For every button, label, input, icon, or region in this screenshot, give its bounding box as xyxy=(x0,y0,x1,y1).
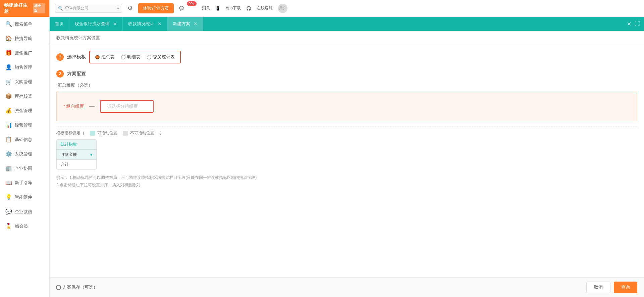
topbar: 🔍 XXX有限公司 ▾ ⚙ 体验行业方案 💬 99+ 消息 📱 App下载 🎧 … xyxy=(50,0,644,17)
main-area: 🔍 XXX有限公司 ▾ ⚙ 体验行业方案 💬 99+ 消息 📱 App下载 🎧 … xyxy=(50,0,644,297)
template-options: 汇总表 明细表 交叉统计表 xyxy=(89,51,181,63)
chevron-down-icon: ▾ xyxy=(117,6,119,11)
sidebar-item-inventory[interactable]: 📦 库存核算 xyxy=(0,89,49,103)
building-icon: 🏢 xyxy=(5,165,12,171)
sidebar-item-label: 采购管理 xyxy=(15,79,32,85)
tip-2: 2.点击标题栏下拉可设置排序、插入列和删除列 xyxy=(56,182,637,189)
sidebar-item-finance[interactable]: 💰 资金管理 xyxy=(0,103,49,118)
settings-gear-icon[interactable]: ⚙ xyxy=(127,5,133,12)
radio-summary-input[interactable] xyxy=(95,55,100,59)
metrics-table-header: 统计指标 xyxy=(57,140,96,150)
radio-cross-input[interactable] xyxy=(147,55,151,59)
sidebar-item-label: 畅会员 xyxy=(15,223,28,229)
sidebar-item-operation[interactable]: 📊 经营管理 xyxy=(0,118,49,132)
radio-summary-label: 汇总表 xyxy=(101,54,114,60)
sidebar-item-quick-nav[interactable]: 🏠 快捷导航 xyxy=(0,31,49,46)
message-label[interactable]: 消息 xyxy=(202,5,210,11)
sidebar-item-label: 搜索菜单 xyxy=(15,21,32,27)
tab-expand-icon[interactable]: ⛶ xyxy=(635,21,640,27)
message-badge: 99+ xyxy=(187,1,197,6)
save-checkbox[interactable] xyxy=(56,285,61,290)
dimension-select[interactable]: 请选择分组维度 xyxy=(100,100,154,113)
legend-fixed: 不可拖动位置 xyxy=(123,130,154,136)
download-label[interactable]: App下载 xyxy=(226,5,241,11)
tab-home[interactable]: 首页 xyxy=(50,17,69,31)
sidebar-item-system[interactable]: ⚙️ 系统管理 xyxy=(0,147,49,161)
step2-num: 2 xyxy=(56,70,64,78)
logo-text: 畅捷通好生意 xyxy=(4,2,32,14)
step2-header: 2 方案配置 xyxy=(56,70,637,78)
sidebar-item-marketing[interactable]: 🎁 营销推广 xyxy=(0,46,49,60)
sidebar-item-basic[interactable]: 📋 基础信息 xyxy=(0,132,49,147)
step2-section: 2 方案配置 汇总维度（必选） 纵向维度 — 请选择分组维度 模板指标设定（ xyxy=(56,70,637,192)
book-icon: 📖 xyxy=(5,180,12,186)
tab-new-plan[interactable]: 新建方案 ✕ xyxy=(167,17,203,31)
avatar[interactable]: 用户 xyxy=(278,4,287,13)
sidebar-item-label: 营销推广 xyxy=(15,50,32,56)
tab-new-plan-close-icon[interactable]: ✕ xyxy=(194,21,198,27)
draggable-legend-label: 可拖动位置 xyxy=(97,130,117,136)
metrics-header: 模板指标设定（ 可拖动位置 不可拖动位置 ） xyxy=(56,127,637,139)
version-badge: 标准版 xyxy=(33,3,45,13)
sidebar-item-hardware[interactable]: 💡 智能硬件 xyxy=(0,190,49,204)
sidebar-item-label: 系统管理 xyxy=(15,151,32,157)
radio-detail-input[interactable] xyxy=(121,55,125,59)
sidebar-item-label: 资金管理 xyxy=(15,108,32,114)
industry-plan-button[interactable]: 体验行业方案 xyxy=(138,3,174,13)
bottom-actions: 取消 查询 xyxy=(586,282,637,293)
save-option: 方案保存（可选） xyxy=(56,284,98,290)
home-icon: 🏠 xyxy=(5,35,12,42)
sidebar-item-wechat[interactable]: 💬 企业微信 xyxy=(0,204,49,219)
sidebar-item-member[interactable]: 🎖️ 畅会员 xyxy=(0,219,49,233)
metrics-label-start: 模板指标设定（ xyxy=(56,130,85,136)
dimension-label: 汇总维度（必选） xyxy=(56,82,637,88)
metrics-label-end: ） xyxy=(160,130,164,136)
search-placeholder: XXX有限公司 xyxy=(64,5,89,11)
tips-section: 提示： 1.拖动标题栏可以调整布局，不可跨维度或指标区域拖动栏目字段(只能在同一… xyxy=(56,171,637,192)
cart-icon: 🛒 xyxy=(5,79,12,85)
sidebar-logo: 畅捷通好生意 标准版 xyxy=(0,0,49,17)
chat-icon: 💬 xyxy=(5,208,12,215)
cancel-button[interactable]: 取消 xyxy=(586,282,610,293)
sidebar-item-enterprise[interactable]: 🏢 企业协同 xyxy=(0,161,49,176)
fixed-legend-box xyxy=(123,131,128,136)
page-header: 收款情况统计方案设置 xyxy=(50,31,644,45)
sidebar: 畅捷通好生意 标准版 🔍 搜索菜单 🏠 快捷导航 🎁 营销推广 👤 销售管理 🛒… xyxy=(0,0,50,297)
radio-detail[interactable]: 明细表 xyxy=(121,54,140,60)
query-button[interactable]: 查询 xyxy=(614,282,637,293)
sidebar-item-label: 新手引导 xyxy=(15,180,32,186)
metrics-row-dropdown-icon[interactable]: ▾ xyxy=(90,152,92,157)
box-icon: 📦 xyxy=(5,93,12,99)
sidebar-item-label: 企业协同 xyxy=(15,165,32,171)
vertical-dim-label: 纵向维度 xyxy=(63,103,84,109)
page-content: 收款情况统计方案设置 1 选择模板 汇总表 明细表 xyxy=(50,31,644,297)
avatar-text: 用户 xyxy=(279,6,286,11)
tab-receipt-stats[interactable]: 收款情况统计 ✕ xyxy=(123,17,167,31)
dim-arrow-icon: — xyxy=(89,103,95,109)
step1-title: 选择模板 xyxy=(67,54,86,60)
search-icon: 🔍 xyxy=(5,21,12,27)
metrics-table-row[interactable]: 收款金额 ▾ xyxy=(57,150,96,159)
tab-receipt-stats-close-icon[interactable]: ✕ xyxy=(158,21,162,27)
sidebar-item-label: 销售管理 xyxy=(15,64,32,70)
tab-bank-flow-close-icon[interactable]: ✕ xyxy=(113,21,117,27)
search-icon-small: 🔍 xyxy=(58,6,63,11)
sidebar-item-sales[interactable]: 👤 销售管理 xyxy=(0,60,49,75)
radio-summary[interactable]: 汇总表 xyxy=(95,54,114,60)
clipboard-icon: 📋 xyxy=(5,136,12,143)
tab-bank-flow[interactable]: 现金银行流水查询 ✕ xyxy=(69,17,123,31)
bulb-icon: 💡 xyxy=(5,194,12,200)
sidebar-item-purchase[interactable]: 🛒 采购管理 xyxy=(0,75,49,89)
search-box[interactable]: 🔍 XXX有限公司 ▾ xyxy=(55,4,122,13)
sidebar-item-guide[interactable]: 📖 新手引导 xyxy=(0,176,49,190)
radio-detail-label: 明细表 xyxy=(127,54,140,60)
service-label[interactable]: 在线客服 xyxy=(257,5,273,11)
sidebar-item-label: 快捷导航 xyxy=(15,36,32,42)
radio-cross[interactable]: 交叉统计表 xyxy=(147,54,175,60)
sidebar-item-search[interactable]: 🔍 搜索菜单 xyxy=(0,17,49,31)
step1-section: 1 选择模板 汇总表 明细表 交叉统计表 xyxy=(56,51,637,63)
metrics-row-label: 收款金额 xyxy=(61,152,77,157)
sidebar-item-label: 企业微信 xyxy=(15,209,32,215)
save-label: 方案保存（可选） xyxy=(63,284,98,290)
tab-close-all-icon[interactable]: ✕ xyxy=(627,21,631,27)
